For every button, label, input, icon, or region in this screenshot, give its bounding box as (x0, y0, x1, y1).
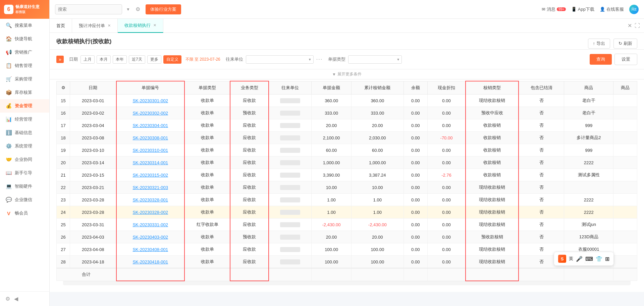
cell-date: 2023-03-10 (70, 144, 116, 157)
table-row[interactable]: 25 2023-03-31 SK-20230331-002 红字收款单 应收款 … (57, 219, 637, 231)
topbar-dropdown-arrow[interactable]: ▼ (126, 7, 130, 12)
table-row[interactable]: 23 2023-03-28 SK-20230328-001 收款单 应收款 1.… (57, 194, 637, 206)
sidebar-item-purchase[interactable]: 🛒 采购管理 (0, 72, 49, 86)
sidebar-item-search[interactable]: 🔍 搜索菜单 (0, 19, 49, 32)
sidebar-item-member[interactable]: V 畅会员 (0, 206, 49, 220)
setting-btn[interactable]: 设置 (614, 54, 637, 65)
sidebar-item-wechat[interactable]: 💬 企业微信 (0, 193, 49, 206)
doc-no-link[interactable]: SK-20230314-001 (132, 160, 168, 165)
cell-biz-type: 应收款 (230, 119, 269, 132)
date-btn-this-month[interactable]: 本月 (97, 55, 111, 64)
doc-no-link[interactable]: SK-20230310-001 (132, 148, 168, 153)
cell-amount: 333.00 (312, 107, 351, 119)
tab-expand-icon[interactable]: ⛶ (635, 23, 640, 29)
col-settings[interactable]: ⚙ (57, 81, 70, 95)
data-table: ⚙ 日期 单据编号 单据类型 业务类型 往来单位 单据金额 累计核销金额 余额 … (56, 81, 637, 281)
cell-included-settled: 否 (519, 144, 564, 157)
doc-no-link[interactable]: SK-20230328-002 (132, 210, 168, 215)
cell-balance: 0.00 (404, 157, 427, 169)
cell-doc-no: SK-20230314-001 (116, 157, 184, 169)
cell-goods2 (613, 107, 637, 119)
doc-no-link[interactable]: SK-20230408-001 (132, 247, 168, 252)
cell-write-off-type: 预收款核销 (466, 231, 519, 243)
export-btn[interactable]: ↑ 导出 (588, 39, 610, 49)
doc-no-link[interactable]: SK-20230304-001 (132, 123, 168, 128)
tab-collection-close[interactable]: ✕ (153, 23, 156, 27)
online-service-btn[interactable]: 👤 在线客服 (600, 6, 624, 12)
doc-no-link[interactable]: SK-20230403-002 (132, 235, 168, 240)
doc-no-link[interactable]: SK-20230418-001 (132, 259, 168, 264)
topbar-search-input[interactable] (55, 4, 122, 14)
table-row[interactable]: 16 2023-03-02 SK-20230302-002 收款单 预收款 33… (57, 107, 637, 119)
table-row[interactable]: 28 2023-04-18 SK-20230418-001 收款单 应收款 10… (57, 256, 637, 268)
tab-payable-close[interactable]: ✕ (108, 24, 111, 27)
doc-no-link[interactable]: SK-20230302-002 (132, 111, 168, 116)
table-row[interactable]: 18 2023-03-08 SK-20230308-001 收款单 应收款 2,… (57, 132, 637, 144)
table-row[interactable]: 26 2023-04-03 SK-20230403-002 收款单 预收款 20… (57, 231, 637, 243)
collapse-icon[interactable]: ◀ (14, 296, 18, 302)
expand-more-btn[interactable]: ▼ 展开更多条件 (332, 71, 362, 77)
partner-input[interactable] (246, 55, 314, 64)
doc-no-link[interactable]: SK-20230331-002 (132, 222, 168, 227)
user-avatar[interactable]: Rit (629, 5, 639, 14)
home-icon: 🏠 (5, 36, 12, 42)
doc-no-link[interactable]: SK-20230328-001 (132, 197, 168, 202)
table-header-row: ⚙ 日期 单据编号 单据类型 业务类型 往来单位 单据金额 累计核销金额 余额 … (57, 81, 637, 95)
topbar-industry-btn[interactable]: 体验行业方案 (146, 4, 181, 14)
table-row[interactable]: 27 2023-04-08 SK-20230408-001 收款单 应收款 10… (57, 243, 637, 256)
sidebar-item-basic[interactable]: ℹ️ 基础信息 (0, 126, 49, 139)
table-row[interactable]: 19 2023-03-10 SK-20230310-001 收款单 应收款 60… (57, 144, 637, 157)
table-row[interactable]: 21 2023-03-15 SK-20230315-002 收款单 应收款 3,… (57, 169, 637, 181)
topbar-gear-icon[interactable]: ⚙ (136, 6, 140, 12)
cell-write-off-type: 收款核销 (466, 169, 519, 181)
tab-collection[interactable]: 收款核销执行 ✕ (118, 19, 163, 33)
date-btn-more[interactable]: 更多 (147, 55, 161, 64)
message-btn[interactable]: ✉ 消息 99+ (542, 6, 566, 12)
settings-bottom-icon[interactable]: ⚙ (5, 296, 10, 302)
doc-no-link[interactable]: SK-20230315-002 (132, 173, 168, 178)
table-scroll-wrap[interactable]: ⚙ 日期 单据编号 单据类型 业务类型 往来单位 单据金额 累计核销金额 余额 … (56, 79, 637, 281)
doc-no-link[interactable]: SK-20230321-003 (132, 185, 168, 190)
table-row[interactable]: 15 2023-03-01 SK-20230301-002 收款单 应收款 36… (57, 95, 637, 107)
float-badge-shirt[interactable]: 👕 (596, 256, 602, 262)
float-badge-mic[interactable]: 🎤 (576, 256, 583, 262)
table-row[interactable]: 24 2023-03-28 SK-20230328-002 收款单 应收款 1.… (57, 206, 637, 219)
sidebar-item-sales[interactable]: 📋 销售管理 (0, 59, 49, 72)
sidebar-item-guide[interactable]: 📖 新手引导 (0, 166, 49, 180)
float-badge-apps[interactable]: ⊞ (605, 256, 609, 262)
doctype-select[interactable] (348, 55, 402, 64)
sidebar-item-enterprise[interactable]: 🤝 企业协同 (0, 153, 49, 166)
doc-no-link[interactable]: SK-20230308-001 (132, 135, 168, 140)
float-badge-keyboard[interactable]: ⌨ (585, 256, 593, 262)
table-row[interactable]: 17 2023-03-04 SK-20230304-001 收款单 应收款 20… (57, 119, 637, 132)
query-btn[interactable]: 查询 (590, 54, 612, 65)
partner-dots[interactable]: ··· (316, 56, 323, 62)
cell-write-off-type: 现结收款核销 (466, 256, 519, 268)
table-row[interactable]: 22 2023-03-21 SK-20230321-003 收款单 应收款 10… (57, 181, 637, 194)
col-biz-type: 业务类型 (230, 81, 269, 95)
sidebar-item-operations[interactable]: 📊 经营管理 (0, 113, 49, 126)
tab-home[interactable]: 首页 (50, 19, 72, 33)
tab-close-all-icon[interactable]: ✕ (628, 22, 632, 29)
table-scroll-bar[interactable] (63, 281, 631, 285)
doc-no-link[interactable]: SK-20230301-002 (132, 98, 168, 103)
cell-accumulated: 60.00 (351, 144, 404, 157)
sidebar-item-system[interactable]: ⚙️ 系统管理 (0, 139, 49, 153)
table-row[interactable]: 20 2023-03-14 SK-20230314-001 收款单 应收款 1,… (57, 157, 637, 169)
float-badge-logo: S (558, 255, 566, 263)
sidebar-item-quick-nav[interactable]: 🏠 快捷导航 (0, 32, 49, 46)
tab-payable[interactable]: 预计冲应付单 ✕ (72, 19, 118, 33)
sidebar-item-hardware[interactable]: 💻 智能硬件 (0, 180, 49, 193)
doctype-input-wrap[interactable] (348, 55, 402, 64)
date-btn-this-year[interactable]: 本年 (113, 55, 127, 64)
app-download-btn[interactable]: 📱 App下载 (571, 6, 594, 12)
search-icon: 🔍 (5, 22, 12, 28)
refresh-btn[interactable]: ↻ 刷新 (613, 39, 637, 49)
filter-expand-btn[interactable]: » (56, 56, 64, 63)
sidebar-item-inventory[interactable]: 📦 库存核算 (0, 86, 49, 99)
sidebar-item-marketing[interactable]: 📢 营销推广 (0, 46, 49, 59)
date-btn-last-month[interactable]: 上月 (80, 55, 95, 64)
date-btn-7days[interactable]: 近7天 (129, 55, 145, 64)
sidebar-item-finance[interactable]: 💰 资金管理 (0, 99, 49, 113)
date-btn-custom[interactable]: 自定义 (163, 55, 181, 64)
